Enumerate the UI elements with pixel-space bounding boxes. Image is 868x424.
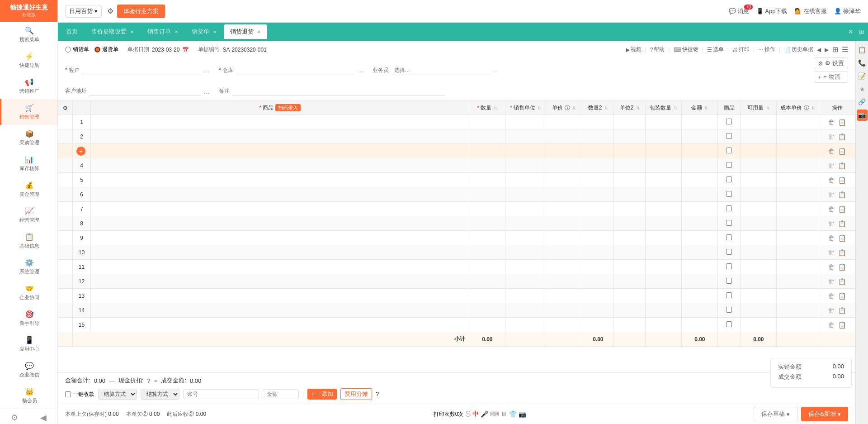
row-unit2-11[interactable] bbox=[614, 260, 646, 274]
row-qty-5[interactable] bbox=[469, 173, 505, 187]
row-gift-13[interactable] bbox=[718, 289, 741, 303]
customer-select-btn[interactable]: … bbox=[203, 67, 210, 74]
row-qty-12[interactable] bbox=[469, 274, 505, 289]
tab-sale-settings[interactable]: 售价提取设置✕ bbox=[85, 24, 140, 39]
qty2-sort-icon[interactable]: ⇅ bbox=[604, 105, 608, 110]
copy-row-1-icon[interactable]: 📋 bbox=[838, 119, 846, 126]
row-unit-price-4[interactable] bbox=[546, 158, 582, 173]
row-available-11[interactable] bbox=[741, 260, 777, 274]
row-gift-8[interactable] bbox=[718, 216, 741, 231]
row-cost-unit-8[interactable] bbox=[777, 216, 819, 231]
row-sale-unit-4[interactable] bbox=[505, 158, 546, 173]
copy-row-2-icon[interactable]: 📋 bbox=[838, 133, 846, 140]
row-qty-13[interactable] bbox=[469, 289, 505, 303]
list-view-icon[interactable]: ☰ bbox=[842, 45, 848, 54]
row-sale-unit-6[interactable] bbox=[505, 187, 546, 202]
row-qty2-7[interactable] bbox=[582, 202, 614, 216]
row-amount-7[interactable] bbox=[682, 202, 718, 216]
sidebar-item-operations[interactable]: 📈经营管理 bbox=[0, 202, 57, 228]
row-unit2-6[interactable] bbox=[614, 187, 646, 202]
row-amount-13[interactable] bbox=[682, 289, 718, 303]
row-gift-11[interactable] bbox=[718, 260, 741, 274]
warehouse-select-btn[interactable]: … bbox=[357, 67, 363, 74]
column-settings-icon[interactable]: ⚙ bbox=[63, 105, 68, 111]
row-gift-12[interactable] bbox=[718, 274, 741, 289]
row-available-3[interactable] bbox=[741, 144, 777, 158]
row-unit2-1[interactable] bbox=[614, 115, 646, 129]
online-service-link[interactable]: 💁 在线客服 bbox=[794, 7, 827, 15]
row-amount-9[interactable] bbox=[682, 231, 718, 245]
row-goods-12[interactable] bbox=[91, 274, 469, 289]
row-amount-1[interactable] bbox=[682, 115, 718, 129]
copy-row-10-icon[interactable]: 📋 bbox=[838, 249, 846, 256]
row-gift-5[interactable] bbox=[718, 173, 741, 187]
delete-row-3-icon[interactable]: 🗑 bbox=[828, 148, 835, 155]
sidebar-item-wechat[interactable]: 💬企业微信 bbox=[0, 357, 57, 383]
row-gift-4[interactable] bbox=[718, 158, 741, 173]
row-sale-unit-7[interactable] bbox=[505, 202, 546, 216]
copy-row-13-icon[interactable]: 📋 bbox=[838, 292, 846, 300]
row-pkg-qty-11[interactable] bbox=[646, 260, 682, 274]
unit2-sort-icon[interactable]: ⇅ bbox=[636, 105, 640, 110]
tab-sales-order[interactable]: 销售订单✕ bbox=[141, 24, 184, 39]
right-tool-2[interactable]: 📞 bbox=[857, 57, 868, 69]
row-goods-15[interactable] bbox=[91, 318, 469, 332]
tab-home[interactable]: 首页 bbox=[60, 24, 84, 39]
delete-row-11-icon[interactable]: 🗑 bbox=[828, 263, 835, 271]
row-qty2-15[interactable] bbox=[582, 318, 614, 332]
gift-check-2[interactable] bbox=[726, 133, 732, 139]
message-badge[interactable]: 💬 70 消息 bbox=[729, 7, 750, 15]
row-available-1[interactable] bbox=[741, 115, 777, 129]
row-pkg-qty-12[interactable] bbox=[646, 274, 682, 289]
row-gift-9[interactable] bbox=[718, 231, 741, 245]
delete-row-7-icon[interactable]: 🗑 bbox=[828, 205, 835, 213]
row-pkg-qty-13[interactable] bbox=[646, 289, 682, 303]
salesperson-select-btn[interactable]: … bbox=[493, 67, 499, 74]
price-sort-icon[interactable]: ⇅ bbox=[572, 105, 576, 110]
row-amount-15[interactable] bbox=[682, 318, 718, 332]
note-input[interactable] bbox=[232, 86, 445, 96]
gift-check-8[interactable] bbox=[726, 220, 732, 226]
sidebar-item-sales[interactable]: 🛒销售管理 bbox=[0, 99, 57, 125]
salesperson-input[interactable] bbox=[392, 66, 490, 75]
row-cost-unit-15[interactable] bbox=[777, 318, 819, 332]
row-unit-price-6[interactable] bbox=[546, 187, 582, 202]
row-unit-price-13[interactable] bbox=[546, 289, 582, 303]
row-pkg-qty-5[interactable] bbox=[646, 173, 682, 187]
delete-row-12-icon[interactable]: 🗑 bbox=[828, 278, 835, 285]
add-row-btn-3[interactable]: + bbox=[76, 147, 85, 156]
row-goods-8[interactable] bbox=[91, 216, 469, 231]
row-cost-unit-3[interactable] bbox=[777, 144, 819, 158]
grid-view-icon[interactable]: ⊞ bbox=[832, 45, 838, 54]
topbar-settings-icon[interactable]: ⚙ bbox=[107, 7, 113, 15]
gift-check-5[interactable] bbox=[726, 176, 732, 182]
row-unit-price-15[interactable] bbox=[546, 318, 582, 332]
row-cost-unit-2[interactable] bbox=[777, 129, 819, 144]
calendar-icon[interactable]: 📅 bbox=[182, 47, 189, 53]
pkg-sort-icon[interactable]: ⇅ bbox=[674, 105, 677, 110]
row-amount-12[interactable] bbox=[682, 274, 718, 289]
tab-sales-delivery[interactable]: 销货单✕ bbox=[185, 24, 223, 39]
sidebar-item-quicknav[interactable]: ⚡快捷导航 bbox=[0, 48, 57, 73]
delete-row-13-icon[interactable]: 🗑 bbox=[828, 292, 835, 300]
gift-check-14[interactable] bbox=[726, 307, 732, 313]
row-pkg-qty-3[interactable] bbox=[646, 144, 682, 158]
delete-row-6-icon[interactable]: 🗑 bbox=[828, 191, 835, 198]
payment-amount-input[interactable] bbox=[263, 389, 299, 399]
row-qty-2[interactable] bbox=[469, 129, 505, 144]
right-tool-4[interactable]: ★ bbox=[857, 84, 868, 95]
industry-dropdown[interactable]: 日用百货 ▾ bbox=[65, 5, 102, 18]
row-cost-unit-12[interactable] bbox=[777, 274, 819, 289]
sidebar-item-apps[interactable]: 📱应用中心 bbox=[0, 331, 57, 357]
row-gift-1[interactable] bbox=[718, 115, 741, 129]
row-gift-15[interactable] bbox=[718, 318, 741, 332]
row-unit2-15[interactable] bbox=[614, 318, 646, 332]
row-sale-unit-8[interactable] bbox=[505, 216, 546, 231]
qty-sort-icon[interactable]: ⇅ bbox=[494, 105, 497, 110]
row-unit-price-2[interactable] bbox=[546, 129, 582, 144]
copy-row-15-icon[interactable]: 📋 bbox=[838, 321, 846, 329]
row-cost-unit-13[interactable] bbox=[777, 289, 819, 303]
app-download-link[interactable]: 📱 App下载 bbox=[756, 7, 787, 15]
row-pkg-qty-7[interactable] bbox=[646, 202, 682, 216]
row-sale-unit-10[interactable] bbox=[505, 245, 546, 260]
